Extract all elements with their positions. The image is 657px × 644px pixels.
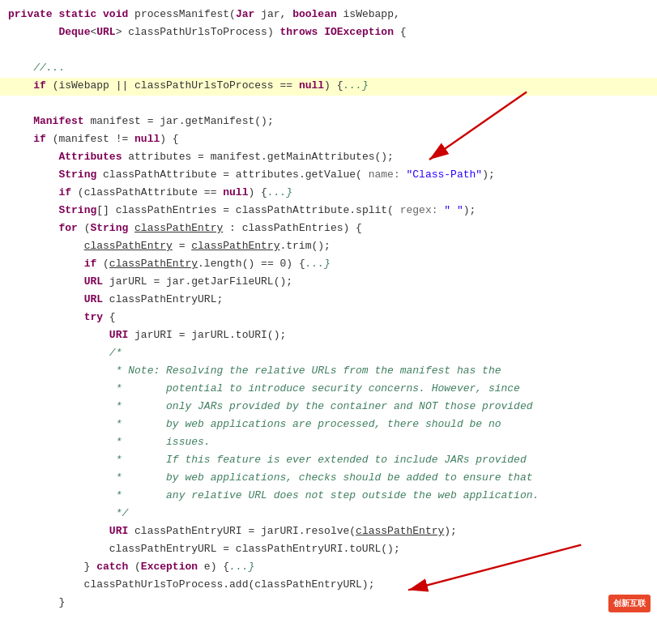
code-line — [0, 96, 657, 113]
code-container: private static void processManifest(Jar … — [0, 0, 657, 619]
code-line: /* — [0, 345, 657, 363]
code-line: if (manifest != null) { — [0, 131, 657, 149]
code-line: URL classPathEntryURL; — [0, 292, 657, 309]
code-line: * Note: Resolving the relative URLs from… — [0, 363, 657, 381]
code-line: Deque<URL> classPathUrlsToProcess) throw… — [0, 24, 657, 42]
code-line: if (classPathEntry.length() == 0) {...} — [0, 256, 657, 274]
code-line: classPathEntry = classPathEntry.trim(); — [0, 238, 657, 256]
code-line: * potential to introduce security concer… — [0, 381, 657, 399]
code-line: Attributes attributes = manifest.getMain… — [0, 149, 657, 167]
code-line — [0, 42, 657, 60]
code-line: URI classPathEntryURI = jarURI.resolve(c… — [0, 523, 657, 541]
code-line: String[] classPathEntries = classPathAtt… — [0, 203, 657, 220]
code-line-highlight: if (isWebapp || classPathUrlsToProcess =… — [0, 78, 657, 96]
code-line: */ — [0, 505, 657, 523]
code-line: classPathEntryURL = classPathEntryURI.to… — [0, 541, 657, 559]
code-line: * issues. — [0, 434, 657, 452]
code-line: classPathUrlsToProcess.add(classPathEntr… — [0, 577, 657, 595]
code-line: * only JARs provided by the container an… — [0, 399, 657, 416]
code-line: URL jarURL = jar.getJarFileURL(); — [0, 274, 657, 292]
code-line: * any relative URL does not step outside… — [0, 488, 657, 505]
code-line: URI jarURI = jarURL.toURI(); — [0, 327, 657, 345]
code-line: * If this feature is ever extended to in… — [0, 452, 657, 470]
code-line: //... — [0, 60, 657, 78]
code-line: Manifest manifest = jar.getManifest(); — [0, 113, 657, 131]
logo: 创新互联 — [608, 595, 651, 612]
code-line: if (classPathAttribute == null) {...} — [0, 185, 657, 203]
code-line: try { — [0, 309, 657, 327]
code-line: } — [0, 595, 657, 612]
code-line: String classPathAttribute = attributes.g… — [0, 167, 657, 185]
code-line: * by web applications are processed, the… — [0, 416, 657, 434]
code-line: for (String classPathEntry : classPathEn… — [0, 220, 657, 238]
code-line: } catch (Exception e) {...} — [0, 559, 657, 577]
code-line: private static void processManifest(Jar … — [0, 6, 657, 24]
code-line: * by web applications, checks should be … — [0, 470, 657, 488]
